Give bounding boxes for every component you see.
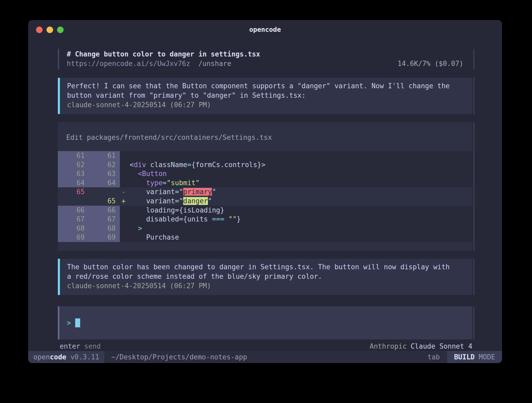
new-line-number: 68 [89,224,120,233]
diff-table: 6161 6262 <div className={formCs.control… [58,151,472,242]
app-version: v0.3.11 [66,353,99,361]
new-line-number: 62 [89,160,120,169]
code-token: loading={isLoading} [126,206,224,214]
old-line-number: 65 [58,187,89,197]
code-token: <Button [138,170,167,178]
right-border-line [473,306,474,339]
assistant-message: The button color has been changed to dan… [58,259,472,295]
code-token: {formCs.controls}> [191,161,265,169]
code-token: } [237,215,241,223]
token-usage: 14.6K/7% ($0.07) [398,59,472,68]
new-line-number [89,187,120,197]
status-bar: opencode v0.3.11 ~/Desktop/Projects/demo… [28,351,502,363]
prompt-input[interactable]: > [58,306,472,339]
text-cursor-icon [75,318,80,327]
right-border-line [473,49,474,69]
model-timestamp: claude-sonnet-4-20250514 (06:27 PM) [67,281,464,291]
share-url-link[interactable]: https://opencode.ai/s/UwJxv76z [67,59,190,68]
diff-sign [121,206,126,214]
diff-sign [121,233,126,241]
old-line-number: 69 [58,233,89,242]
diff-sign [121,224,126,232]
code-token: === [212,215,224,223]
code-token: "" [228,215,237,223]
send-action-label: send [84,342,101,351]
old-line-number: 66 [58,206,89,215]
hints-row: enter send Anthropic Claude Sonnet 4 [60,342,472,351]
assistant-message: Perfect! I can see that the Button compo… [58,78,472,114]
right-border-line [473,122,474,251]
session-header: # Change button color to danger in setti… [58,49,472,69]
new-line-number: 65 [89,197,120,206]
message-line: Perfect! I can see that the Button compo… [67,81,464,91]
diff-code-line: loading={isLoading} [120,206,472,215]
diff-sign [121,152,126,159]
diff-row: 6161 [58,151,472,160]
prompt-caret: > [67,319,71,327]
app-name-code: code [50,353,66,361]
code-token: = [187,161,191,169]
diff-row: 6666 loading={isLoading} [58,206,472,215]
diff-code-line: type="submit" [120,178,472,188]
title-bar: opencode [28,20,502,40]
old-line-number: 61 [58,151,89,160]
code-token: primary [183,188,212,196]
diff-sign: + [121,197,126,205]
mode-chip[interactable]: BUILD MODE [447,351,502,363]
desktop: { "window": { "title": "opencode" }, "co… [0,0,532,403]
diff-row: 6868 > [58,224,472,233]
message-line: The button color has been changed to dan… [67,262,464,272]
new-line-number: 61 [89,151,120,160]
diff-sign [121,215,126,223]
code-token: " [208,197,212,205]
right-border-line [473,78,474,114]
diff-code-line: Purchase [120,233,472,242]
code-token: "submit" [167,179,200,187]
code-token: " [212,188,216,196]
diff-row: 6262 <div className={formCs.controls}> [58,160,472,169]
diff-code-line: <Button [120,169,472,178]
enter-key-hint: enter [60,342,80,351]
diff-row: 6767 disabled={units === ""} [58,215,472,224]
diff-row: 65- variant="primary" [58,187,472,197]
new-line-number: 69 [89,233,120,242]
model-timestamp: claude-sonnet-4-20250514 (06:27 PM) [67,100,464,110]
new-line-number: 66 [89,206,120,215]
diff-code-line: > [120,224,472,233]
old-line-number: 64 [58,178,89,188]
edit-tool-card: Edit packages/frontend/src/containers/Se… [58,122,472,251]
diff-sign [121,170,126,178]
new-line-number: 63 [89,169,120,178]
diff-code-line: + variant="danger" [120,197,472,206]
new-line-number: 64 [89,178,120,188]
code-token: variant=" [126,188,183,196]
old-line-number: 67 [58,215,89,224]
diff-row: 6969 Purchase [58,233,472,242]
mode-suffix: MODE [475,353,495,361]
right-border-line [473,259,474,295]
code-token: div [134,161,146,169]
unshare-command[interactable]: /unshare [198,59,231,68]
edit-file-title: Edit packages/frontend/src/containers/Se… [58,122,472,142]
code-token: Purchase [126,233,179,241]
code-token [224,215,228,223]
code-token [126,179,146,187]
code-token: variant=" [126,197,183,205]
mode-name: BUILD [454,353,474,361]
app-name-open: open [33,353,50,361]
provider-label: Anthropic [370,342,407,351]
working-directory: ~/Desktop/Projects/demo-notes-app [111,353,247,361]
old-line-number: 63 [58,169,89,178]
tab-key-hint: tab [427,353,440,361]
model-label: Claude Sonnet 4 [411,342,472,351]
code-token: disabled={units [126,215,212,223]
code-token: danger [183,197,208,205]
diff-code-line: <div className={formCs.controls}> [120,160,472,169]
old-line-number: 68 [58,224,89,233]
code-token: < [126,161,134,169]
window-title: opencode [28,26,502,33]
opencode-window: opencode # Change button color to danger… [28,20,502,363]
session-subline: https://opencode.ai/s/UwJxv76z /unshare … [67,59,472,68]
message-line: a red/rose color scheme instead of the b… [67,272,464,281]
code-token [126,224,138,232]
